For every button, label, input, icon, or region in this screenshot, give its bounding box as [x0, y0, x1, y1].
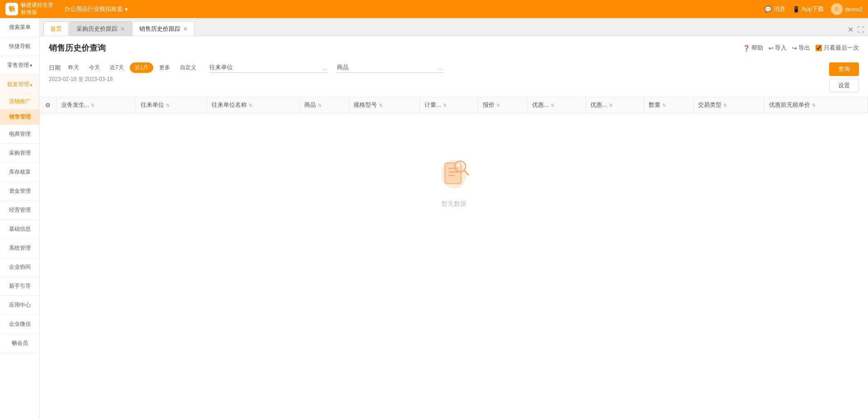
table-container: ⚙ 业务发生... ⇅ 往来单位 — [40, 97, 868, 244]
date-last7-btn[interactable]: 近7天 — [106, 62, 128, 73]
sidebar-item-finance[interactable]: 资金管理 — [0, 182, 39, 201]
tab-sales-history[interactable]: 销售历史价跟踪 ✕ — [132, 21, 194, 36]
sort-icon: ⇅ — [91, 103, 94, 108]
page-content: 销售历史价查询 ❓ 帮助 ↩ 导入 ↪ 导出 — [40, 36, 868, 418]
sidebar-item-retail[interactable]: 零售管理 ▾ — [0, 56, 39, 75]
col-quote[interactable]: 报价 ⇅ — [478, 97, 528, 113]
sidebar-item-ecommerce[interactable]: 电商管理 — [0, 125, 39, 144]
goods-filter-label: 商品 — [337, 63, 349, 71]
sidebar-item-sales-mgmt[interactable]: 销售管理 — [0, 109, 39, 125]
col-biz-date[interactable]: 业务发生... ⇅ — [56, 97, 136, 113]
sidebar-item-marketing[interactable]: 营销推广 — [0, 94, 39, 109]
settings-btn[interactable]: 设置 — [829, 79, 859, 92]
sidebar-item-vip[interactable]: 畅会员 — [0, 334, 39, 353]
date-today-btn[interactable]: 今天 — [85, 62, 104, 73]
col-spec[interactable]: 规格型号 ⇅ — [349, 97, 420, 113]
sidebar-item-app-center[interactable]: 应用中心 — [0, 296, 39, 315]
sidebar-item-purchase[interactable]: 采购管理 — [0, 144, 39, 163]
only-last-checkbox[interactable] — [816, 45, 822, 51]
goods-dots-btn[interactable]: ... — [437, 63, 443, 71]
content-area: 首页 采购历史价跟踪 ✕ 销售历史价跟踪 ✕ ✕ ⛶ 销售历史价查询 — [40, 18, 868, 418]
maximize-btn[interactable]: ⛶ — [857, 26, 864, 34]
top-bar-left: 畅 畅捷通好生意 标准版 办公用品行业模拟账套 ▾ — [5, 2, 128, 16]
sidebar: 搜索菜单 快捷导航 零售管理 ▾ 批发管理 ▴ 营销推广 销售管理 电商管理 采… — [0, 18, 40, 418]
export-icon: ↪ — [792, 45, 797, 52]
partner-input[interactable] — [236, 64, 318, 71]
message-btn[interactable]: 💬 消息 — [764, 5, 785, 13]
col-pre-tax[interactable]: 优惠前无税单价 ⇅ — [764, 97, 868, 113]
sidebar-item-quick-nav[interactable]: 快捷导航 — [0, 37, 39, 56]
date-filter-col: 日期 昨天 今天 近7天 近1月 更多 自定义 2023-02-18 至 202… — [49, 62, 200, 83]
sidebar-item-basic-info[interactable]: 基础信息 — [0, 220, 39, 239]
chevron-down-icon: ▾ — [30, 63, 32, 68]
col-partner-name[interactable]: 往来单位名称 ⇅ — [207, 97, 300, 113]
help-btn[interactable]: ❓ 帮助 — [743, 44, 763, 52]
date-more-btn[interactable]: 更多 — [155, 62, 174, 73]
chevron-down-icon: ▾ — [125, 6, 128, 13]
col-goods[interactable]: 商品 ⇅ — [300, 97, 349, 113]
col-trade-type[interactable]: 交易类型 ⇅ — [693, 97, 764, 113]
sort-icon: ⇅ — [379, 103, 382, 108]
col-discount2[interactable]: 优惠... ⇅ — [586, 97, 644, 113]
col-partner-code[interactable]: 往来单位 ⇅ — [136, 97, 207, 113]
query-actions: 查询 设置 — [829, 62, 859, 92]
logo-symbol: 畅 — [9, 5, 15, 13]
empty-illustration — [431, 149, 476, 195]
download-icon: 📱 — [793, 6, 800, 13]
user-menu[interactable]: D demo2 — [831, 3, 863, 15]
date-custom-btn[interactable]: 自定义 — [176, 62, 200, 73]
filter-row: 日期 昨天 今天 近7天 近1月 更多 自定义 2023-02-18 至 202… — [40, 58, 868, 97]
goods-input[interactable] — [352, 64, 434, 71]
page-title: 销售历史价查询 — [49, 43, 106, 53]
sort-icon: ⇅ — [723, 103, 727, 108]
table-header-row: ⚙ 业务发生... ⇅ 往来单位 — [40, 97, 868, 113]
query-btn[interactable]: 查询 — [829, 62, 859, 76]
date-yesterday-btn[interactable]: 昨天 — [64, 62, 83, 73]
col-qty[interactable]: 数量 ⇅ — [644, 97, 693, 113]
sidebar-item-corp-collab[interactable]: 企业协同 — [0, 258, 39, 277]
close-tab-btn[interactable]: ✕ — [848, 25, 854, 34]
page-header-row: 销售历史价查询 ❓ 帮助 ↩ 导入 ↪ 导出 — [40, 36, 868, 58]
tab-bar-actions: ✕ ⛶ — [848, 25, 864, 36]
sort-icon: ⇅ — [318, 103, 321, 108]
import-btn[interactable]: ↩ 导入 — [769, 44, 787, 52]
sort-icon: ⇅ — [812, 103, 816, 108]
empty-text: 暂无数据 — [441, 200, 467, 208]
date-last1m-btn[interactable]: 近1月 — [130, 62, 154, 73]
col-unit[interactable]: 计量... ⇅ — [420, 97, 478, 113]
sidebar-item-sys-mgmt[interactable]: 系统管理 — [0, 239, 39, 258]
sidebar-item-new-guide[interactable]: 新手引导 — [0, 277, 39, 296]
top-bar-right: 💬 消息 📱 App下载 D demo2 — [764, 3, 863, 15]
sort-icon: ⇅ — [249, 103, 252, 108]
date-range-text: 2023-02-18 至 2023-03-18 — [49, 76, 113, 83]
date-filter-label: 日期 — [49, 64, 61, 72]
close-sales-history-icon[interactable]: ✕ — [183, 26, 188, 32]
tab-home[interactable]: 首页 — [43, 21, 69, 36]
sort-icon: ⇅ — [496, 103, 500, 108]
main-layout: 搜索菜单 快捷导航 零售管理 ▾ 批发管理 ▴ 营销推广 销售管理 电商管理 采… — [0, 18, 868, 418]
close-purchase-history-icon[interactable]: ✕ — [120, 26, 125, 32]
only-last-checkbox-label[interactable]: 只看最后一次 — [816, 44, 859, 52]
tab-purchase-history[interactable]: 采购历史价跟踪 ✕ — [70, 21, 132, 36]
import-icon: ↩ — [769, 45, 774, 52]
logo-area: 畅 畅捷通好生意 标准版 — [5, 2, 53, 16]
col-settings[interactable]: ⚙ — [40, 97, 56, 113]
partner-dots-btn[interactable]: ... — [321, 63, 327, 71]
tab-bar: 首页 采购历史价跟踪 ✕ 销售历史价跟踪 ✕ ✕ ⛶ — [40, 18, 868, 36]
sidebar-item-inventory[interactable]: 库存核算 — [0, 163, 39, 182]
sort-icon: ⇅ — [551, 103, 554, 108]
col-discount1[interactable]: 优惠... ⇅ — [528, 97, 586, 113]
sidebar-item-operations[interactable]: 经营管理 — [0, 201, 39, 220]
empty-state: 暂无数据 — [40, 113, 868, 244]
app-download-btn[interactable]: 📱 App下载 — [793, 5, 824, 13]
sidebar-item-corp-wechat[interactable]: 企业微信 — [0, 315, 39, 334]
partner-filter: 往来单位 ... — [209, 62, 327, 73]
sidebar-item-search-menu[interactable]: 搜索菜单 — [0, 18, 39, 37]
app-selector[interactable]: 办公用品行业模拟账套 ▾ — [64, 5, 128, 13]
export-btn[interactable]: ↪ 导出 — [792, 44, 810, 52]
logo-text: 畅捷通好生意 标准版 — [21, 2, 53, 16]
avatar: D — [831, 3, 843, 15]
goods-filter: 商品 ... — [337, 62, 443, 73]
message-icon: 💬 — [764, 6, 772, 13]
sidebar-item-wholesale[interactable]: 批发管理 ▴ — [0, 75, 39, 94]
